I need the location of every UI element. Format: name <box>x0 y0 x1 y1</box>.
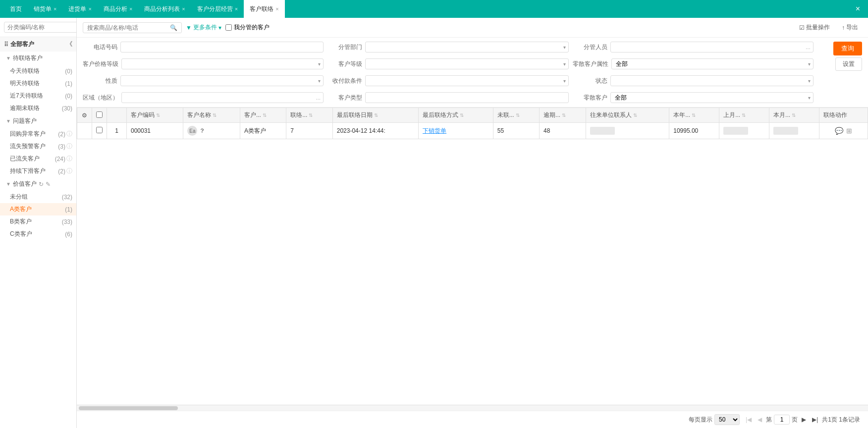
row-contact: 7 <box>286 123 332 139</box>
lastmethod-col-header[interactable]: 最后联络方式⇅ <box>419 108 493 123</box>
filter-person: 分管人员 … <box>573 42 814 53</box>
sidebar-item-b-class[interactable]: B类客户 (33) <box>0 215 76 228</box>
sidebar-search-input[interactable] <box>4 22 77 33</box>
filter-status: 状态 ▾ <box>573 75 814 86</box>
overdue-col-header[interactable]: 逾期...⇅ <box>540 108 586 123</box>
sidebar-item-overdue[interactable]: 逾期未联络 (30) <box>0 102 76 114</box>
chat-action-icon[interactable]: 💬 <box>835 127 843 135</box>
last-page-btn[interactable]: ▶| <box>810 415 820 424</box>
sidebar-item-tomorrow[interactable]: 明天待联络 (1) <box>0 77 76 90</box>
thisyear-col-header[interactable]: 本年...⇅ <box>669 108 719 123</box>
sidebar-problem-header[interactable]: ▼ 问题客户 <box>0 114 76 128</box>
person-input[interactable] <box>610 42 814 53</box>
code-col-header[interactable]: 客户编码⇅ <box>127 108 183 123</box>
retail-customer-select[interactable]: 全部 <box>610 92 814 103</box>
sidebar-item-c-class[interactable]: C类客户 (6) <box>0 228 76 240</box>
contact-person-col-header[interactable]: 往来单位联系人⇅ <box>586 108 669 123</box>
phone-input[interactable] <box>120 42 324 53</box>
arrow-down-icon: ▼ <box>6 55 11 61</box>
region-input[interactable] <box>121 92 324 103</box>
info-icon4: ⓘ <box>66 167 72 175</box>
customer-type-input[interactable] <box>365 92 568 103</box>
nav-customer-contact-close[interactable]: × <box>275 6 278 12</box>
retail-attr-select[interactable]: 全部 <box>611 58 814 69</box>
nav-customer-mgmt[interactable]: 客户分层经营 × <box>191 0 244 18</box>
export-btn[interactable]: ↑ 导出 <box>838 22 862 33</box>
sidebar-item-lost[interactable]: 已流失客户 (24) ⓘ <box>0 153 76 165</box>
sidebar-item-declining[interactable]: 持续下滑客户 (2) ⓘ <box>0 165 76 177</box>
first-page-btn[interactable]: |◀ <box>744 415 754 424</box>
lastmonth-col-header[interactable]: 上月...⇅ <box>719 108 769 123</box>
select-all-checkbox[interactable] <box>96 111 103 118</box>
top-nav: 首页 销货单 × 进货单 × 商品分析 × 商品分析列表 × 客户分层经营 × … <box>0 0 868 18</box>
row-checkbox[interactable] <box>96 127 103 133</box>
nav-home[interactable]: 首页 <box>4 0 28 18</box>
row-check[interactable] <box>92 123 107 139</box>
row-overdue: 48 <box>540 123 586 139</box>
my-customers-checkbox[interactable]: 我分管的客户 <box>225 23 270 32</box>
price-level-select[interactable] <box>121 58 324 69</box>
export-icon: ↑ <box>842 24 845 31</box>
page-nav: |◀ ◀ 第 页 ▶ ▶| 共1页 1条记录 <box>744 415 860 425</box>
sidebar-item-warning[interactable]: 流失预警客户 (3) ⓘ <box>0 140 76 153</box>
filter-btn-col: 查询 设置 <box>817 42 862 103</box>
my-customers-check[interactable] <box>225 24 232 31</box>
sort-icon: ⇅ <box>156 112 160 118</box>
sidebar-pending-header[interactable]: ▼ 待联络客户 <box>0 52 76 65</box>
collapse-btn[interactable]: 《 <box>66 40 72 49</box>
nav-analysis-list-close[interactable]: × <box>182 6 185 12</box>
sidebar-item-a-class[interactable]: A类客户 (1) <box>0 203 76 215</box>
nav-analysis-close[interactable]: × <box>129 6 132 12</box>
nav-analysis[interactable]: 商品分析 × <box>98 0 138 18</box>
sidebar: 🔍 ⠿ 全部客户 《 ▼ 待联络客户 今天待联络 (0) 明天待联络 (1) 近… <box>0 18 77 428</box>
nav-customer-contact[interactable]: 客户联络 × <box>244 0 284 18</box>
thismonth-col-header[interactable]: 本月...⇅ <box>769 108 819 123</box>
nav-customer-mgmt-close[interactable]: × <box>235 6 238 12</box>
row-lastmethod[interactable]: 下销货单 <box>419 123 493 139</box>
scroll-thumb[interactable] <box>79 406 178 410</box>
sort-icon7: ⇅ <box>516 112 520 118</box>
setting-button[interactable]: 设置 <box>835 57 862 71</box>
batch-operation-btn[interactable]: ☑ 批量操作 <box>795 22 834 33</box>
page-input[interactable] <box>774 415 790 425</box>
horizontal-scrollbar[interactable] <box>77 405 868 411</box>
sidebar-item-abnormal[interactable]: 回购异常客户 (2) ⓘ <box>0 128 76 140</box>
nav-purchase-close[interactable]: × <box>88 6 91 12</box>
type-col-header[interactable]: 客户...⇅ <box>240 108 286 123</box>
next-page-btn[interactable]: ▶ <box>800 415 808 424</box>
customer-level-select[interactable] <box>365 58 568 69</box>
sidebar-item-today[interactable]: 今天待联络 (0) <box>0 65 76 77</box>
nav-sales-close[interactable]: × <box>54 6 56 12</box>
uncontact-col-header[interactable]: 未联...⇅ <box>493 108 539 123</box>
status-select[interactable] <box>610 75 814 86</box>
more-conditions-btn[interactable]: ▼ 更多条件 ▾ <box>186 23 221 32</box>
query-button[interactable]: 查询 <box>833 42 862 55</box>
qr-action-icon[interactable]: ⊞ <box>846 127 852 135</box>
info-icon: ⓘ <box>66 130 72 138</box>
sidebar-item-ungroup[interactable]: 未分组 (32) <box>0 191 76 203</box>
sidebar-item-7days[interactable]: 近7天待联络 (0) <box>0 90 76 102</box>
prev-page-btn[interactable]: ◀ <box>756 415 764 424</box>
window-close-btn[interactable]: × <box>852 4 864 13</box>
nature-select[interactable] <box>120 75 324 86</box>
per-page-select[interactable]: 50 20 100 <box>714 414 740 425</box>
nav-purchase[interactable]: 进货单 × <box>62 0 97 18</box>
refresh-icon[interactable]: ↻ <box>39 181 44 188</box>
contact-col-header[interactable]: 联络...⇅ <box>286 108 332 123</box>
filter-row-2: 客户价格等级 ▾ 客户等级 ▾ <box>83 58 814 69</box>
filter-nature: 性质 ▾ <box>83 75 324 86</box>
search-input[interactable] <box>87 24 170 31</box>
sidebar-value-header[interactable]: ▼ 价值客户 ↻ ✎ <box>0 177 76 191</box>
check-col-header[interactable] <box>92 108 107 123</box>
nav-sales[interactable]: 销货单 × <box>28 0 62 18</box>
lastdate-col-header[interactable]: 最后联络日期⇅ <box>332 108 418 123</box>
name-col-header[interactable]: 客户名称⇅ <box>183 108 240 123</box>
edit-icon[interactable]: ✎ <box>46 181 51 188</box>
nav-analysis-list[interactable]: 商品分析列表 × <box>138 0 191 18</box>
sidebar-all-customers[interactable]: ⠿ 全部客户 《 <box>0 37 76 52</box>
dept-select[interactable] <box>365 42 568 53</box>
payment-select[interactable] <box>365 75 568 86</box>
gear-col-header[interactable]: ⚙ <box>77 108 92 123</box>
row-contact-person <box>586 123 669 139</box>
search-icon[interactable]: 🔍 <box>170 24 177 31</box>
